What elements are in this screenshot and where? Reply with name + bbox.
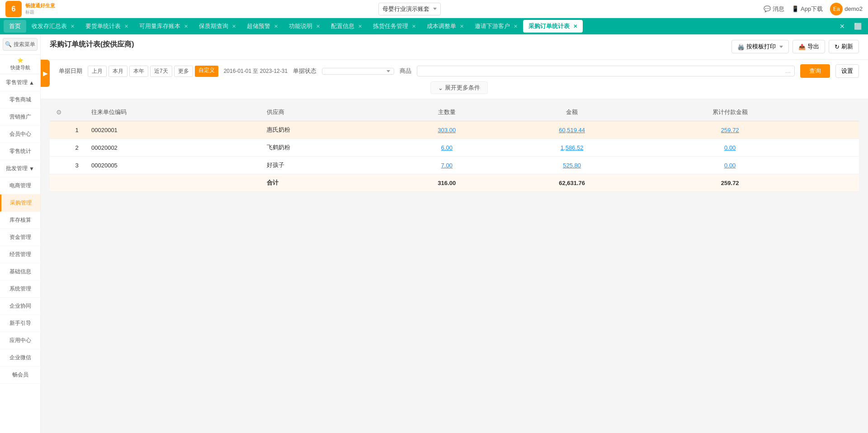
sidebar-item-app-center[interactable]: 应用中心 (0, 332, 40, 349)
export-label: 导出 (807, 43, 819, 51)
close-icon[interactable]: ✕ (316, 24, 320, 29)
sidebar-item-retail[interactable]: 零售管理 ▲ (0, 74, 40, 91)
table-container: ⚙ 往来单位编码 供应商 主数量 金额 累计付款金额 (41, 99, 868, 433)
cumulative-payment-cell[interactable]: 259.72 (642, 121, 818, 139)
sidebar-item-new-guide[interactable]: 新手引导 (0, 315, 40, 332)
refresh-button[interactable]: ↻ 刷新 (829, 40, 859, 53)
avatar: Ea (830, 3, 843, 15)
tab-expiry-query[interactable]: 保质期查询 ✕ (193, 20, 241, 33)
user-profile[interactable]: Ea demo2 (830, 3, 863, 15)
search-menu-button[interactable]: 🔍 搜索菜单 (3, 38, 38, 51)
tab-label: 邀请下游客户 (475, 22, 510, 30)
sidebar-item-purchase[interactable]: 采购管理 (0, 195, 40, 212)
tab-overstock-alert[interactable]: 超储预警 ✕ (241, 20, 283, 33)
maximize-button[interactable]: ⬜ (851, 22, 864, 31)
close-icon[interactable]: ✕ (460, 24, 464, 29)
amount-cell[interactable]: 60,519.44 (501, 121, 642, 139)
sidebar-item-basic-info[interactable]: 基础信息 (0, 263, 40, 281)
settings-button[interactable]: 设置 (835, 64, 859, 78)
print-button[interactable]: 🖨️ 按模板打印 (731, 40, 789, 53)
sidebar: 🔍 搜索菜单 ⭐ 快捷导航 零售管理 ▲ 零售商城 营销推广 会员中心 零售统计… (0, 34, 41, 433)
nav-tabs-bar: 首页 收发存汇总表 ✕ 要货单统计表 ✕ 可用量库存账本 ✕ 保质期查询 ✕ 超… (0, 18, 868, 34)
sidebar-item-operations[interactable]: 经营管理 (0, 246, 40, 263)
tab-purchase-summary[interactable]: 采购订单统计表 ✕ (523, 20, 583, 33)
tab-cost-adjust[interactable]: 成本调整单 ✕ (421, 20, 469, 33)
amount-cell[interactable]: 1,586.52 (501, 139, 642, 157)
goods-input[interactable]: … (417, 66, 795, 76)
close-icon[interactable]: ✕ (412, 24, 416, 29)
status-chevron-icon (387, 70, 390, 72)
sidebar-item-ecommerce[interactable]: 电商管理 (0, 177, 40, 195)
close-icon[interactable]: ✕ (124, 24, 128, 29)
tab-label: 超储预警 (247, 22, 270, 30)
status-select[interactable] (322, 68, 394, 75)
message-button[interactable]: 💬 消息 (764, 5, 784, 13)
tab-config-info[interactable]: 配置信息 ✕ (326, 20, 368, 33)
filter-toggle-button[interactable]: ▶ (41, 60, 50, 87)
expand-more-button[interactable]: ⌄ 展开更多条件 (430, 81, 488, 94)
sidebar-item-quick-nav[interactable]: ⭐ 快捷导航 (0, 55, 40, 74)
close-tab-button[interactable]: ✕ (837, 22, 848, 31)
this-month-button[interactable]: 本月 (108, 66, 127, 77)
sidebar-item-inventory[interactable]: 库存核算 (0, 212, 40, 229)
column-amount: 金额 (501, 104, 642, 121)
sidebar-item-enterprise-wechat[interactable]: 企业微信 (0, 349, 40, 366)
this-year-button[interactable]: 本年 (129, 66, 148, 77)
custom-date-badge[interactable]: 自定义 (195, 66, 218, 77)
chevron-down-icon: ⌄ (438, 85, 443, 91)
purchase-label: 采购管理 (10, 199, 32, 207)
table-row[interactable]: 3 00020005 好孩子 7.00 525.80 0.00 (50, 157, 859, 174)
workspace-selector[interactable]: 母婴行业演示账套 (378, 3, 441, 15)
table-row[interactable]: 2 00020002 飞鹤奶粉 6.00 1,586.52 0.00 (50, 139, 859, 157)
close-icon[interactable]: ✕ (358, 24, 362, 29)
app-download-button[interactable]: 📱 App下载 (792, 5, 823, 13)
close-icon[interactable]: ✕ (184, 24, 188, 29)
close-icon[interactable]: ✕ (514, 24, 518, 29)
sidebar-item-marketing[interactable]: 营销推广 (0, 109, 40, 126)
settings-column-icon[interactable]: ⚙ (56, 109, 62, 116)
query-button[interactable]: 查询 (800, 64, 830, 78)
row-settings-cell (50, 157, 68, 174)
new-guide-label: 新手引导 (9, 319, 31, 327)
tab-label: 拣货任务管理 (373, 22, 408, 30)
last-month-button[interactable]: 上月 (88, 66, 107, 77)
tab-function-desc[interactable]: 功能说明 ✕ (283, 20, 326, 33)
main-qty-cell[interactable]: 7.00 (392, 157, 502, 174)
sidebar-item-retail-stats[interactable]: 零售统计 (0, 143, 40, 160)
user-name: demo2 (844, 5, 863, 12)
tab-receive-summary[interactable]: 收发存汇总表 ✕ (26, 20, 80, 33)
amount-cell[interactable]: 525.80 (501, 157, 642, 174)
sidebar-item-finance[interactable]: 资金管理 (0, 229, 40, 246)
table-row[interactable]: 1 00020001 惠氏奶粉 303.00 60,519.44 259.72 (50, 121, 859, 139)
close-icon[interactable]: ✕ (573, 24, 577, 29)
export-button[interactable]: 📤 导出 (793, 40, 825, 53)
footer-amount-cell: 62,631.76 (501, 174, 642, 192)
ecommerce-label: 电商管理 (9, 182, 31, 190)
main-qty-cell[interactable]: 6.00 (392, 139, 502, 157)
sidebar-item-retail-mall[interactable]: 零售商城 (0, 91, 40, 109)
tab-available-stock[interactable]: 可用量库存账本 ✕ (134, 20, 193, 33)
unit-code-cell: 00020005 (86, 157, 261, 174)
main-qty-cell[interactable]: 303.00 (392, 121, 502, 139)
footer-extra-cell (818, 174, 859, 192)
tab-order-summary[interactable]: 要货单统计表 ✕ (80, 20, 134, 33)
sidebar-item-wholesale[interactable]: 批发管理 ▼ (0, 160, 40, 177)
supplier-cell: 好孩子 (261, 157, 392, 174)
sidebar-item-system[interactable]: 系统管理 (0, 281, 40, 298)
tab-pick-task[interactable]: 拣货任务管理 ✕ (368, 20, 421, 33)
sidebar-item-member-card[interactable]: 畅会员 (0, 366, 40, 384)
last-7days-button[interactable]: 近7天 (150, 66, 172, 77)
tab-invite-downstream[interactable]: 邀请下游客户 ✕ (469, 20, 523, 33)
close-icon[interactable]: ✕ (274, 24, 278, 29)
sidebar-item-member[interactable]: 会员中心 (0, 126, 40, 143)
cumulative-payment-cell[interactable]: 0.00 (642, 157, 818, 174)
sidebar-item-enterprise[interactable]: 企业协同 (0, 298, 40, 315)
close-icon[interactable]: ✕ (71, 24, 75, 29)
cumulative-payment-cell[interactable]: 0.00 (642, 139, 818, 157)
expand-label: 展开更多条件 (445, 84, 480, 92)
close-icon[interactable]: ✕ (232, 24, 236, 29)
arrow-icon: ▼ (29, 166, 34, 172)
more-date-button[interactable]: 更多 (174, 66, 193, 77)
footer-rownum-cell (68, 174, 86, 192)
tab-home[interactable]: 首页 (4, 20, 26, 33)
